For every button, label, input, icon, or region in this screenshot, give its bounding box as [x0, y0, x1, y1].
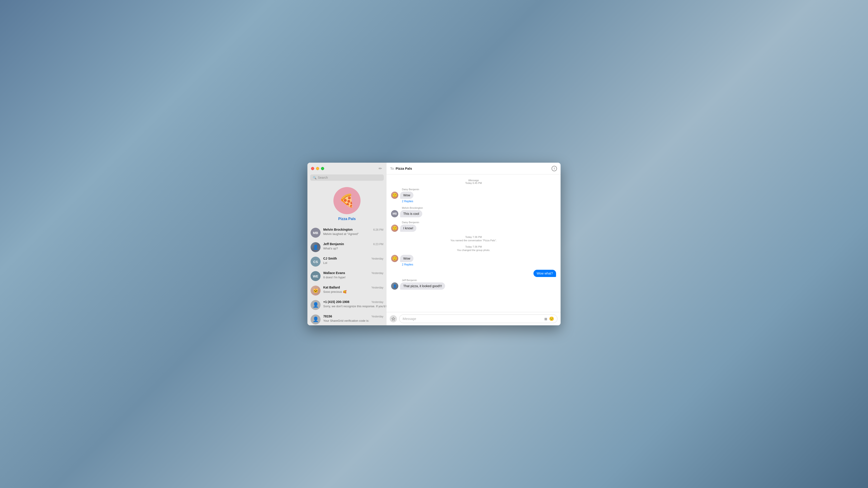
message-input[interactable]: iMessage ▦ 🙂 [399, 315, 557, 323]
conv-preview-kat: Sooo precious 🥰 [323, 290, 346, 293]
sender-name-melvin: Melvin Brockington [402, 206, 556, 209]
chat-title-area: To: Pizza Pals [390, 166, 412, 170]
message-row-daisy-iknow: 🙂 I know! [391, 225, 556, 232]
conv-time-kat: Yesterday [371, 286, 383, 289]
conv-time-78156: Yesterday [371, 315, 383, 318]
message-row-melvin: MB This is cool [391, 210, 556, 217]
input-placeholder: iMessage [403, 317, 416, 321]
conv-preview-phone: Sorry, we don't recognize this response.… [323, 304, 386, 308]
conv-item-wallace[interactable]: WE Wallace Evans Yesterday It does! I'm … [307, 269, 386, 283]
msg-avatar-daisy3: 🙂 [391, 255, 398, 262]
message-row-sent: Wow what? [391, 270, 556, 277]
chat-to-label: To: Pizza Pals [390, 166, 412, 170]
conv-header-kat: Kat Ballard Yesterday [323, 286, 383, 289]
conv-header-78156: 78156 Yesterday [323, 315, 383, 318]
conv-item-cj[interactable]: CS CJ Smith Yesterday Lol [307, 254, 386, 269]
group-name: Pizza Pals [338, 217, 355, 221]
app-store-button[interactable] [390, 315, 397, 322]
conv-name-cj: CJ Smith [323, 257, 337, 260]
conv-header-phone: +1 (415) 200-1908 Yesterday [323, 300, 383, 304]
msg-avatar-jeff: 👤 [391, 283, 398, 290]
conv-preview-melvin: Melvin laughed at "Agreed" [323, 232, 359, 236]
message-row-daisy-wow: 🙂 Wow [391, 192, 556, 199]
close-button[interactable] [311, 167, 314, 170]
search-bar[interactable]: 🔍 Search [310, 174, 384, 181]
bubble-wrap-daisy-wow: Wow [400, 192, 413, 199]
bubble-daisy-iknow: I know! [400, 225, 416, 232]
timestamp-header-1: iMessage Today 6:45 PM [391, 179, 556, 184]
traffic-lights [311, 167, 324, 170]
conv-time-melvin: 6:26 PM [373, 228, 383, 231]
conv-content-melvin: Melvin Brockington 6:26 PM Melvin laughe… [323, 228, 383, 236]
avatar-kat: 🐱 [311, 286, 320, 295]
chat-input-area: iMessage ▦ 🙂 [386, 312, 561, 325]
compose-button[interactable]: ✏ [378, 165, 383, 172]
chat-header: To: Pizza Pals i [386, 163, 561, 174]
bubble-wow2: Wow [400, 255, 413, 262]
input-icons: ▦ 🙂 [544, 316, 554, 321]
system-msg-1: Today 7:36 PM You named the conversation… [391, 235, 556, 242]
conv-content-wallace: Wallace Evans Yesterday It does! I'm hyp… [323, 271, 383, 279]
conv-name-jeff: Jeff Benjamin [323, 242, 344, 246]
sender-name-daisy: Daisy Benjamin [402, 188, 556, 191]
message-group-daisy-wow: Daisy Benjamin 🙂 Wow 2 Replies [391, 188, 556, 203]
group-avatar: 🍕 [333, 187, 361, 214]
sidebar: ✏ 🔍 Search 🍕 Pizza Pals MB Melvin Brocki… [307, 163, 386, 325]
emoji-button[interactable]: 🙂 [549, 316, 554, 321]
audio-icon[interactable]: ▦ [544, 317, 547, 321]
message-row-wow2: 🙂 Wow [391, 255, 556, 262]
bubble-sent: Wow what? [533, 270, 556, 277]
bubble-daisy-wow: Wow [400, 192, 413, 199]
conv-content-jeff: Jeff Benjamin 6:23 PM What's up? [323, 242, 383, 250]
conv-name-wallace: Wallace Evans [323, 271, 345, 275]
replies-link-wow2[interactable]: 2 Replies [402, 263, 556, 266]
search-input[interactable]: Search [318, 176, 328, 180]
conv-name-melvin: Melvin Brockington [323, 228, 352, 231]
conv-preview-78156: Your ShareGrid verification code is: [323, 319, 369, 322]
conv-preview-jeff: What's up? [323, 247, 338, 250]
avatar-wallace: WE [311, 271, 320, 281]
conv-time-wallace: Yesterday [371, 271, 383, 275]
avatar-cj: CS [311, 257, 320, 267]
messages-area: iMessage Today 6:45 PM Daisy Benjamin 🙂 … [386, 174, 561, 312]
conv-preview-wallace: It does! I'm hype! [323, 275, 346, 279]
message-row-jeff: 👤 That pizza, it looked good!!! [391, 283, 556, 290]
conv-item-phone[interactable]: 👤 +1 (415) 200-1908 Yesterday Sorry, we … [307, 298, 386, 312]
message-group-jeff: Jeff Benjamin 👤 That pizza, it looked go… [391, 279, 556, 290]
search-icon: 🔍 [313, 176, 316, 180]
conv-header-wallace: Wallace Evans Yesterday [323, 271, 383, 275]
conv-item-kat[interactable]: 🐱 Kat Ballard Yesterday Sooo precious 🥰 [307, 283, 386, 298]
conv-time-cj: Yesterday [371, 257, 383, 260]
bubble-jeff: That pizza, it looked good!!! [400, 283, 445, 290]
conv-header-melvin: Melvin Brockington 6:26 PM [323, 228, 383, 231]
conv-content-78156: 78156 Yesterday Your ShareGrid verificat… [323, 315, 383, 323]
replies-link-daisy[interactable]: 2 Replies [402, 200, 556, 203]
system-msg-2: Today 7:36 PM You changed the group phot… [391, 245, 556, 252]
avatar-phone: 👤 [311, 300, 320, 310]
info-button[interactable]: i [552, 166, 557, 171]
msg-avatar-melvin: MB [391, 210, 398, 217]
avatar-jeff: 👤 [311, 242, 320, 252]
conv-content-cj: CJ Smith Yesterday Lol [323, 257, 383, 265]
message-group-wow2: 🙂 Wow 2 Replies [391, 255, 556, 266]
conv-name-phone: +1 (415) 200-1908 [323, 300, 349, 304]
conv-item-melvin[interactable]: MB Melvin Brockington 6:26 PM Melvin lau… [307, 225, 386, 240]
conv-header-jeff: Jeff Benjamin 6:23 PM [323, 242, 383, 246]
messages-window: ✏ 🔍 Search 🍕 Pizza Pals MB Melvin Brocki… [307, 163, 561, 325]
chat-area: To: Pizza Pals i iMessage Today 6:45 PM … [386, 163, 561, 325]
msg-avatar-daisy: 🙂 [391, 192, 398, 199]
conv-content-phone: +1 (415) 200-1908 Yesterday Sorry, we do… [323, 300, 383, 308]
sender-name-jeff: Jeff Benjamin [402, 279, 556, 282]
avatar-78156: 👤 [311, 315, 320, 324]
conv-item-jeff[interactable]: 👤 Jeff Benjamin 6:23 PM What's up? [307, 240, 386, 254]
group-emoji: 🍕 [339, 193, 355, 208]
message-group-daisy-iknow: Daisy Benjamin 🙂 I know! [391, 221, 556, 232]
conv-content-kat: Kat Ballard Yesterday Sooo precious 🥰 [323, 286, 383, 294]
conv-preview-cj: Lol [323, 261, 327, 265]
conv-name-78156: 78156 [323, 315, 332, 318]
conv-item-78156[interactable]: 👤 78156 Yesterday Your ShareGrid verific… [307, 312, 386, 325]
bubble-wrap-wow2: Wow [400, 255, 413, 262]
maximize-button[interactable] [321, 167, 324, 170]
minimize-button[interactable] [316, 167, 319, 170]
conv-header-cj: CJ Smith Yesterday [323, 257, 383, 260]
